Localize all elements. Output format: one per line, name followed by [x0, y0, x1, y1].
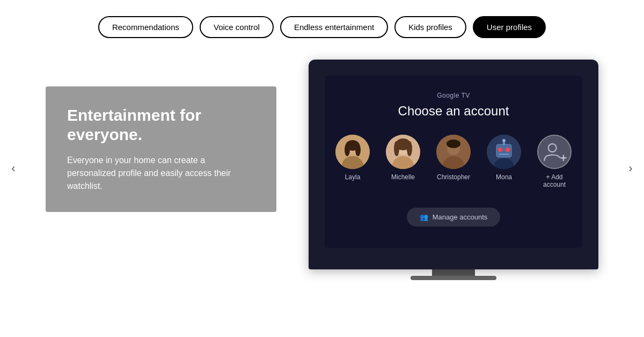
michelle-avatar-image	[386, 135, 420, 169]
profiles-row: Layla	[335, 135, 572, 188]
svg-point-5	[355, 143, 361, 156]
profile-layla[interactable]: Layla	[335, 135, 370, 181]
profile-name-mona: Mona	[496, 173, 512, 181]
layla-avatar-image	[335, 135, 370, 169]
tv-mockup: Google TV Choose an account	[309, 60, 598, 280]
svg-point-11	[407, 141, 412, 156]
profile-name-christopher: Christopher	[437, 173, 470, 181]
avatar-layla	[335, 135, 370, 169]
svg-point-15	[447, 140, 460, 148]
google-tv-label: Google TV	[437, 92, 470, 99]
add-account-avatar-image	[538, 136, 570, 168]
profile-name-michelle: Michelle	[391, 173, 415, 181]
feature-tabs: RecommendationsVoice controlEndless ente…	[0, 0, 644, 49]
choose-account-title: Choose an account	[398, 104, 509, 119]
profile-name-layla: Layla	[345, 173, 361, 181]
manage-accounts-button[interactable]: 👥 Manage accounts	[407, 208, 501, 226]
manage-accounts-label: Manage accounts	[433, 213, 488, 221]
tab-recommendations[interactable]: Recommendations	[98, 16, 193, 38]
manage-accounts-icon: 👥	[420, 213, 428, 221]
hero-description: Everyone in your home can create a perso…	[67, 154, 255, 193]
avatar-mona	[487, 135, 521, 169]
tab-endless-entertainment[interactable]: Endless entertainment	[280, 16, 388, 38]
tv-inner-content: Google TV Choose an account	[325, 76, 582, 248]
svg-point-10	[394, 141, 399, 156]
tab-voice-control[interactable]: Voice control	[200, 16, 274, 38]
profile-christopher[interactable]: Christopher	[436, 135, 471, 181]
tab-user-profiles[interactable]: User profiles	[473, 16, 546, 38]
mona-avatar-image	[487, 135, 521, 169]
hero-heading: Entertainment for everyone.	[67, 106, 255, 144]
avatar-add	[537, 135, 572, 169]
tv-screen: Google TV Choose an account	[309, 60, 598, 269]
tab-kids-profiles[interactable]: Kids profiles	[394, 16, 466, 38]
profile-add-account[interactable]: + Add account	[537, 135, 572, 188]
tv-stand-base	[411, 276, 496, 280]
profile-name-add: + Add account	[537, 173, 572, 188]
svg-point-4	[345, 143, 350, 156]
avatar-michelle	[386, 135, 420, 169]
profile-mona[interactable]: Mona	[487, 135, 521, 181]
svg-point-18	[498, 148, 502, 152]
hero-text-box: Entertainment for everyone. Everyone in …	[46, 86, 276, 212]
svg-point-22	[502, 139, 506, 142]
tv-stand-neck	[432, 269, 475, 276]
profile-michelle[interactable]: Michelle	[386, 135, 420, 181]
christopher-avatar-image	[436, 135, 471, 169]
svg-point-19	[506, 148, 510, 152]
main-content: Entertainment for everyone. Everyone in …	[0, 49, 644, 280]
tv-stand	[309, 269, 598, 280]
svg-rect-20	[499, 153, 509, 155]
avatar-christopher	[436, 135, 471, 169]
